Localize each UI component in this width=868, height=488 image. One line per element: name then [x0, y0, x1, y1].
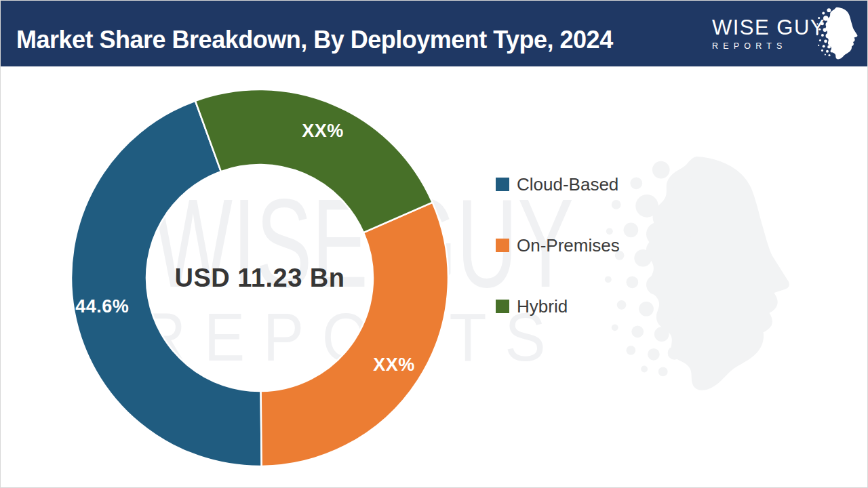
report-chart-page: WISE GUY REPORTS 44.6%XX%XX% USD 11.23 B… [0, 0, 868, 488]
donut-slice-hybrid [195, 89, 433, 232]
legend-label: Hybrid [517, 298, 568, 315]
legend-label: Cloud-Based [517, 176, 618, 193]
legend-swatch-on-premises [496, 239, 509, 252]
legend-label: On-Premises [517, 237, 620, 254]
page-title: Market Share Breakdown, By Deployment Ty… [16, 28, 613, 52]
donut-center-value: USD 11.23 Bn [175, 264, 345, 293]
slice-data-label: XX% [302, 121, 344, 142]
chart-legend: Cloud-Based On-Premises Hybrid [496, 174, 620, 317]
slice-data-label: 44.6% [75, 296, 129, 317]
legend-item-cloud-based: Cloud-Based [496, 174, 620, 195]
brand-subtitle: REPORTS [712, 41, 825, 51]
brand-name: WISE GUY [712, 17, 825, 38]
donut-slice-on-premises [261, 203, 448, 466]
legend-swatch-hybrid [496, 300, 509, 313]
legend-item-on-premises: On-Premises [496, 235, 620, 256]
legend-item-hybrid: Hybrid [496, 296, 620, 317]
brand-logo: WISE GUY REPORTS [712, 6, 859, 60]
brand-logo-text: WISE GUY REPORTS [712, 17, 825, 51]
donut-chart [1, 1, 868, 488]
brand-face-icon [814, 6, 859, 60]
legend-swatch-cloud-based [496, 178, 509, 191]
slice-data-label: XX% [373, 354, 415, 375]
header-bar: Market Share Breakdown, By Deployment Ty… [1, 1, 867, 66]
